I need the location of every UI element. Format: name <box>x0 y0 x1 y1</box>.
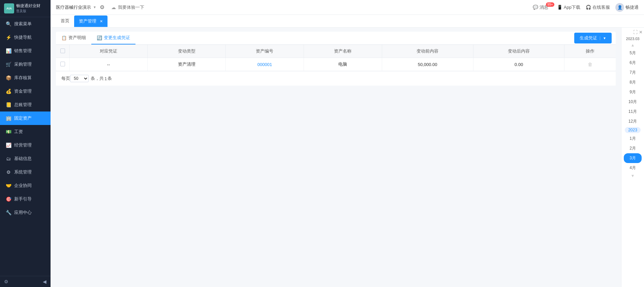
row-asset-code[interactable]: 000001 <box>226 58 304 71</box>
sales-icon: 📊 <box>5 48 11 54</box>
sidebar-item-basic-info[interactable]: 🗂 基础信息 <box>0 152 51 165</box>
sidebar: AtA 畅捷通好业财 普及版 🔍 搜索菜单 ⚡ 快捷导航 📊 销售管理 🛒 采购… <box>0 0 51 287</box>
experience-btn[interactable]: ☁ 我要体验一下 <box>111 4 144 10</box>
sidebar-item-inventory[interactable]: 📦 库存核算 <box>0 71 51 85</box>
tab-asset-management-label: 资产管理 <box>79 19 96 24</box>
calendar-year-2023[interactable]: 2023 <box>621 126 644 134</box>
user-menu[interactable]: 👤 畅捷通 <box>615 3 639 12</box>
inner-tab-bar: 📋 资产明细 🔄 变更生成凭证 生成凭证 ▼ <box>56 32 616 45</box>
logo-abbr: AtA <box>6 7 12 10</box>
calendar-close-icon[interactable]: ✕ <box>639 30 643 35</box>
sidebar-item-label: 库存核算 <box>14 75 32 81</box>
tab-home-label: 首页 <box>61 18 69 23</box>
sidebar-item-label: 工资 <box>14 129 23 135</box>
logo-edition: 普及版 <box>16 9 40 13</box>
calendar-month-11[interactable]: 11月 <box>621 107 644 117</box>
company-dropdown-icon: ▼ <box>93 5 96 9</box>
tab-home[interactable]: 首页 <box>56 15 74 27</box>
calendar-month-1[interactable]: 1月 <box>621 134 644 144</box>
sidebar-item-funds[interactable]: 💰 资金管理 <box>0 85 51 98</box>
ledger-icon: 📒 <box>5 102 11 108</box>
col-asset-code: 资产编号 <box>226 45 304 58</box>
topbar-gear-icon[interactable]: ⚙ <box>100 4 104 10</box>
main-area: 医疗器械行业演示 ▼ ⚙ ☁ 我要体验一下 💬 消息 99+ 📱 App下载 🎧… <box>51 0 644 287</box>
sidebar-bottom: ⚙ ◀ <box>0 276 51 287</box>
select-all-header[interactable] <box>56 45 69 58</box>
basic-info-icon: 🗂 <box>5 156 11 162</box>
calendar-month-10[interactable]: 10月 <box>621 97 644 107</box>
calendar-month-2[interactable]: 2月 <box>621 144 644 153</box>
experience-label: 我要体验一下 <box>118 4 144 10</box>
calendar-expand-icon[interactable]: ⛶ <box>633 30 638 35</box>
quick-nav-icon: ⚡ <box>5 34 11 40</box>
sidebar-logo: AtA 畅捷通好业财 普及版 <box>0 0 51 17</box>
company-selector[interactable]: 医疗器械行业演示 ▼ <box>56 4 96 10</box>
app-download-btn[interactable]: 📱 App下载 <box>557 4 580 10</box>
generate-voucher-label: 生成凭证 <box>580 35 597 41</box>
calendar-scroll-up[interactable]: ▲ <box>621 42 644 48</box>
calendar-month-4[interactable]: 4月 <box>621 163 644 173</box>
assets-table: 对应凭证 变动类型 资产编号 资产名称 <box>56 45 616 71</box>
calendar-month-9[interactable]: 9月 <box>621 87 644 97</box>
tab-asset-management[interactable]: 资产管理 ✕ <box>74 15 108 27</box>
delete-icon[interactable]: 🗑 <box>588 62 592 67</box>
sidebar-item-fixed-assets[interactable]: 🏢 固定资产 <box>0 111 51 125</box>
sidebar-item-label: 快捷导航 <box>14 34 32 40</box>
sidebar-item-label: 基础信息 <box>14 156 32 162</box>
col-asset-name: 资产名称 <box>304 45 382 58</box>
sidebar-item-system[interactable]: ⚙ 系统管理 <box>0 165 51 179</box>
settings-icon[interactable]: ⚙ <box>4 279 8 284</box>
user-label: 畅捷通 <box>625 4 639 10</box>
sidebar-item-purchase[interactable]: 🛒 采购管理 <box>0 58 51 71</box>
generate-voucher-button[interactable]: 生成凭证 ▼ <box>574 33 612 43</box>
sidebar-item-operations[interactable]: 📈 经营管理 <box>0 138 51 152</box>
calendar-month-12[interactable]: 12月 <box>621 117 644 126</box>
sidebar-item-label: 经营管理 <box>14 142 32 148</box>
calendar-month-7[interactable]: 7月 <box>621 68 644 77</box>
change-voucher-label: 变更生成凭证 <box>104 35 130 41</box>
row-after-value: 0.00 <box>473 58 564 71</box>
select-all-checkbox[interactable] <box>60 49 65 53</box>
sidebar-item-label: 新手引导 <box>14 196 32 202</box>
cooperation-icon: 🤝 <box>5 183 11 189</box>
messages-btn[interactable]: 💬 消息 99+ <box>533 4 552 10</box>
row-operation[interactable]: 🗑 <box>564 58 616 71</box>
pagination: 每页 50 10 20 100 条，共 1 条 <box>56 71 616 86</box>
calendar-month-3-current[interactable]: 3月 <box>624 153 642 163</box>
per-page-label: 每页 <box>61 75 70 82</box>
content-main: 📋 资产明细 🔄 变更生成凭证 生成凭证 ▼ <box>51 28 621 287</box>
sidebar-item-ledger[interactable]: 📒 总账管理 <box>0 98 51 111</box>
generate-voucher-dropdown-icon[interactable]: ▼ <box>600 36 606 40</box>
tab-change-voucher[interactable]: 🔄 变更生成凭证 <box>91 32 135 44</box>
calendar-header-label: 2023.03 <box>621 35 644 42</box>
collapse-sidebar-icon[interactable]: ◀ <box>43 279 47 284</box>
search-icon: 🔍 <box>5 21 11 27</box>
sidebar-item-app-center[interactable]: 🔧 应用中心 <box>0 206 51 219</box>
sidebar-scroll: 🔍 搜索菜单 ⚡ 快捷导航 📊 销售管理 🛒 采购管理 📦 库存核算 💰 资金管… <box>0 17 51 276</box>
sidebar-item-cooperation[interactable]: 🤝 企业协同 <box>0 179 51 192</box>
calendar-month-5[interactable]: 5月 <box>621 48 644 58</box>
sidebar-item-quick-nav[interactable]: ⚡ 快捷导航 <box>0 31 51 44</box>
sidebar-item-label: 企业协同 <box>14 183 32 189</box>
sidebar-item-guide[interactable]: 🎯 新手引导 <box>0 192 51 206</box>
per-page-select[interactable]: 50 10 20 100 <box>70 75 89 82</box>
tab-asset-detail[interactable]: 📋 资产明细 <box>56 32 91 44</box>
online-service-btn[interactable]: 🎧 在线客服 <box>586 4 610 10</box>
sidebar-item-sales[interactable]: 📊 销售管理 <box>0 44 51 58</box>
operations-icon: 📈 <box>5 142 11 148</box>
logo-text: 畅捷通好业财 <box>16 3 40 9</box>
sidebar-item-label: 采购管理 <box>14 61 32 67</box>
row-voucher: -- <box>69 58 148 71</box>
table-row: -- 资产清理 000001 电脑 <box>56 58 616 71</box>
sidebar-item-label: 资金管理 <box>14 88 32 94</box>
row-checkbox[interactable] <box>60 62 65 66</box>
calendar-month-8[interactable]: 8月 <box>621 77 644 87</box>
calendar-scroll-down[interactable]: ▼ <box>621 173 644 179</box>
calendar-month-6[interactable]: 6月 <box>621 58 644 68</box>
logo-icon: AtA <box>4 3 14 13</box>
topbar: 医疗器械行业演示 ▼ ⚙ ☁ 我要体验一下 💬 消息 99+ 📱 App下载 🎧… <box>51 0 644 15</box>
sidebar-item-payroll[interactable]: 💵 工资 <box>0 125 51 138</box>
row-select-cell[interactable] <box>56 58 69 71</box>
tab-close-icon[interactable]: ✕ <box>100 19 103 23</box>
sidebar-item-search[interactable]: 🔍 搜索菜单 <box>0 17 51 31</box>
